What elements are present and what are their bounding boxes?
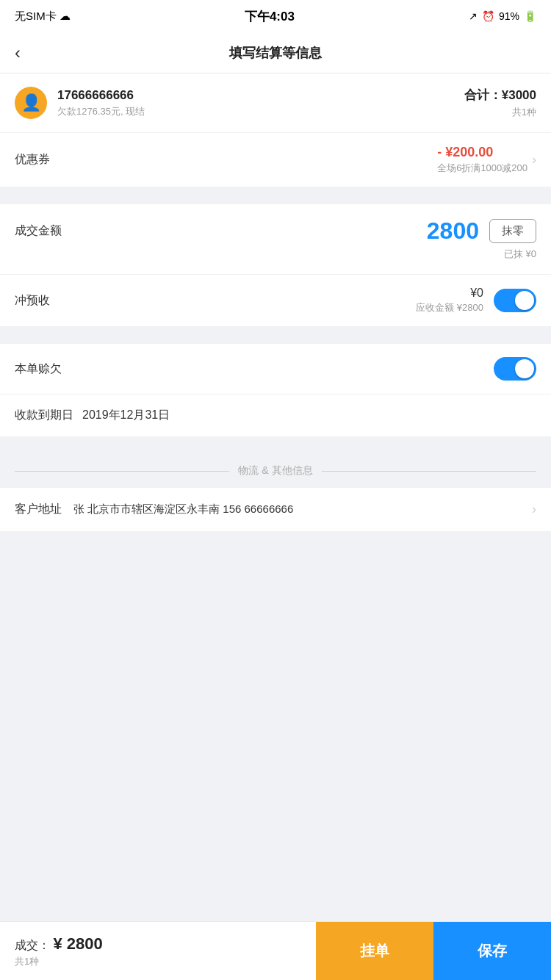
prepay-right: ¥0 应收金额 ¥2800 (416, 287, 536, 314)
bottom-summary: 成交： ¥ 2800 共1种 (0, 934, 316, 968)
customer-left: 👤 17666666666 欠款1276.35元, 现结 (15, 87, 145, 119)
customer-sub: 欠款1276.35元, 现结 (57, 105, 145, 118)
prepay-row: 冲预收 ¥0 应收金额 ¥2800 (15, 287, 536, 314)
summary-count: 共1种 (15, 955, 301, 968)
save-button[interactable]: 保存 (433, 922, 551, 981)
address-value: 张 北京市市辖区海淀区永丰南 156 66666666 (73, 501, 525, 518)
address-chevron-icon: › (532, 502, 536, 517)
bottom-summary-main: 成交： ¥ 2800 (15, 934, 301, 954)
page-title: 填写结算等信息 (229, 44, 322, 62)
address-row[interactable]: 客户地址 张 北京市市辖区海淀区永丰南 156 66666666 › (0, 488, 551, 531)
battery-icon: 🔋 (524, 10, 536, 22)
customer-row: 👤 17666666666 欠款1276.35元, 现结 合计：¥3000 共1… (0, 73, 551, 132)
chevron-right-icon: › (532, 152, 536, 167)
logistics-line-right (322, 471, 536, 472)
divider-2 (0, 335, 551, 344)
status-right: ↗ ⏰ 91% 🔋 (469, 10, 536, 22)
debt-section: 本单赊欠 收款到期日 2019年12月31日 (0, 344, 551, 436)
coupon-desc: 全场6折满1000减200 (437, 162, 527, 175)
debt-label: 本单赊欠 (15, 361, 62, 377)
due-date-label: 收款到期日 (15, 408, 73, 423)
location-icon: ↗ (469, 10, 478, 22)
battery-level: 91% (499, 10, 519, 22)
coupon-right: - ¥200.00 全场6折满1000减200 › (437, 145, 536, 175)
amount-section: 成交金额 2800 抹零 已抹 ¥0 冲预收 ¥0 应收金额 ¥2800 (0, 204, 551, 326)
customer-info: 17666666666 欠款1276.35元, 现结 (57, 88, 145, 118)
sim-label: 无SIM卡 ☁ (15, 10, 71, 24)
logistics-divider: 物流 & 其他信息 (0, 454, 551, 488)
prepay-amount-col: ¥0 应收金额 ¥2800 (416, 287, 483, 314)
total-count: 共1种 (464, 106, 536, 119)
due-date-row: 收款到期日 2019年12月31日 (15, 408, 536, 423)
hold-button[interactable]: 挂单 (316, 922, 433, 981)
debt-row: 本单赊欠 (0, 344, 551, 394)
nav-bar: ‹ 填写结算等信息 (0, 32, 551, 73)
toggle-knob (515, 291, 534, 310)
address-label: 客户地址 (15, 502, 66, 517)
status-left: 无SIM卡 ☁ (15, 10, 71, 24)
debt-toggle[interactable] (494, 357, 536, 381)
due-date-section: 收款到期日 2019年12月31日 (0, 394, 551, 436)
amount-row: 成交金额 2800 抹零 (15, 217, 536, 245)
prepay-toggle[interactable] (494, 289, 536, 312)
amount-main-row: 成交金额 2800 抹零 已抹 ¥0 (0, 204, 551, 274)
coupon-row[interactable]: 优惠券 - ¥200.00 全场6折满1000减200 › (0, 132, 551, 187)
address-section: 客户地址 张 北京市市辖区海淀区永丰南 156 66666666 › (0, 488, 551, 531)
prepay-amount: ¥0 (416, 287, 483, 300)
bottom-bar: 成交： ¥ 2800 共1种 挂单 保存 (0, 921, 551, 980)
amount-label: 成交金额 (15, 223, 62, 239)
amount-value-area: 2800 抹零 (427, 217, 536, 245)
round-button[interactable]: 抹零 (489, 219, 536, 243)
summary-amount: ¥ 2800 (53, 934, 102, 953)
prepay-section: 冲预收 ¥0 应收金额 ¥2800 (0, 274, 551, 326)
coupon-label: 优惠券 (15, 152, 50, 167)
prepay-sub: 应收金额 ¥2800 (416, 301, 483, 314)
coupon-detail: - ¥200.00 全场6折满1000减200 (437, 145, 527, 175)
bottom-spacer (0, 540, 551, 650)
amount-number: 2800 (427, 217, 479, 245)
debt-toggle-knob (515, 359, 534, 378)
summary-label: 成交： (15, 939, 50, 951)
back-button[interactable]: ‹ (9, 37, 26, 69)
alarm-icon: ⏰ (482, 10, 494, 22)
status-time: 下午4:03 (245, 8, 295, 25)
avatar-icon: 👤 (21, 93, 41, 112)
amount-sub: 已抹 ¥0 (15, 248, 536, 261)
due-date-value: 2019年12月31日 (82, 408, 170, 423)
customer-section: 👤 17666666666 欠款1276.35元, 现结 合计：¥3000 共1… (0, 73, 551, 187)
avatar: 👤 (15, 87, 47, 119)
customer-right: 合计：¥3000 共1种 (464, 87, 536, 119)
status-bar: 无SIM卡 ☁ 下午4:03 ↗ ⏰ 91% 🔋 (0, 0, 551, 32)
prepay-label: 冲预收 (15, 293, 50, 309)
customer-phone: 17666666666 (57, 88, 145, 103)
logistics-line-left (15, 471, 229, 472)
coupon-discount: - ¥200.00 (437, 145, 527, 160)
divider-3 (0, 445, 551, 454)
total-amount: 合计：¥3000 (464, 87, 536, 104)
logistics-text: 物流 & 其他信息 (238, 464, 312, 478)
divider-1 (0, 195, 551, 204)
